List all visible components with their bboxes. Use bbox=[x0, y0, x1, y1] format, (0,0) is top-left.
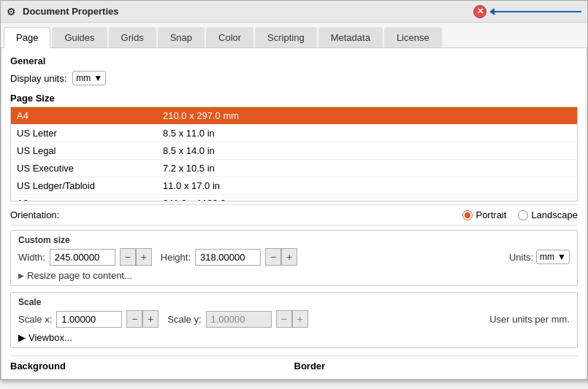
height-field-group: Height: − + bbox=[161, 248, 297, 266]
background-heading: Background bbox=[10, 361, 294, 371]
tab-page[interactable]: Page bbox=[4, 27, 50, 48]
portrait-radio[interactable] bbox=[462, 210, 473, 220]
scale-y-stepper: − + bbox=[276, 310, 308, 328]
scale-y-decrement-button: − bbox=[276, 310, 292, 328]
width-label: Width: bbox=[18, 252, 45, 263]
display-units-row: Display units: mm ▼ bbox=[10, 71, 578, 85]
scale-y-field-group: Scale y: − + bbox=[167, 310, 308, 328]
units-value: mm bbox=[540, 252, 554, 262]
table-row[interactable]: US Letter 8.5 x 11.0 in bbox=[11, 125, 577, 142]
landscape-label: Landscape bbox=[531, 209, 578, 220]
tab-snap[interactable]: Snap bbox=[158, 27, 205, 47]
page-size-heading: Page Size bbox=[10, 93, 578, 104]
width-field-group: Width: − + bbox=[18, 248, 152, 266]
page-size-value: 11.0 x 17.0 in bbox=[163, 180, 220, 191]
tab-scripting[interactable]: Scripting bbox=[255, 27, 317, 47]
border-heading: Border bbox=[294, 361, 579, 371]
page-size-value: 7.2 x 10.5 in bbox=[163, 163, 215, 174]
orientation-row: Orientation: Portrait Landscape bbox=[10, 204, 578, 226]
arrow-indicator bbox=[494, 11, 581, 12]
page-content: General Display units: mm ▼ Page Size A4… bbox=[1, 48, 587, 380]
orientation-label: Orientation: bbox=[10, 209, 59, 220]
tab-metadata[interactable]: Metadata bbox=[318, 27, 383, 47]
scale-label: Scale bbox=[18, 297, 570, 307]
scale-y-input[interactable] bbox=[206, 311, 272, 328]
tab-color[interactable]: Color bbox=[206, 27, 253, 47]
scale-x-field-group: Scale x: − + bbox=[18, 310, 159, 328]
page-name: US Legal bbox=[17, 145, 163, 156]
table-row[interactable]: US Executive 7.2 x 10.5 in bbox=[11, 160, 577, 177]
page-size-value: 210.0 x 297.0 mm bbox=[163, 110, 239, 121]
landscape-radio[interactable] bbox=[518, 210, 528, 220]
units-select[interactable]: mm ▼ bbox=[536, 250, 570, 264]
table-row[interactable]: US Legal 8.5 x 14.0 in bbox=[11, 142, 577, 160]
page-size-value: 841.0 x 1189.0 mm bbox=[163, 198, 244, 201]
tab-license[interactable]: License bbox=[384, 27, 442, 47]
scale-x-increment-button[interactable]: + bbox=[142, 310, 159, 328]
scale-section: Scale Scale x: − + Scale y: − + bbox=[10, 292, 578, 348]
landscape-option[interactable]: Landscape bbox=[518, 209, 578, 220]
general-heading: General bbox=[10, 55, 578, 66]
page-name: A0 bbox=[17, 198, 163, 201]
height-input[interactable] bbox=[195, 249, 261, 266]
viewbox-label: Viewbox... bbox=[28, 332, 72, 343]
scale-x-input[interactable] bbox=[56, 311, 122, 328]
close-button[interactable]: ✕ bbox=[473, 5, 486, 18]
height-stepper: − + bbox=[265, 248, 297, 266]
page-size-value: 8.5 x 11.0 in bbox=[163, 128, 215, 139]
page-size-value: 8.5 x 14.0 in bbox=[163, 145, 215, 156]
bottom-section: Background Border bbox=[10, 355, 578, 371]
resize-label: Resize page to content... bbox=[27, 270, 132, 281]
table-row[interactable]: US Ledger/Tabloid 11.0 x 17.0 in bbox=[11, 177, 577, 195]
custom-size-label: Custom size bbox=[18, 235, 570, 245]
table-row[interactable]: A4 210.0 x 297.0 mm bbox=[11, 107, 577, 125]
portrait-option[interactable]: Portrait bbox=[462, 209, 506, 220]
document-properties-window: ⚙ Document Properties ✕ Page Guides Grid… bbox=[0, 0, 588, 380]
tab-bar: Page Guides Grids Snap Color Scripting M… bbox=[1, 23, 587, 48]
scale-x-decrement-button[interactable]: − bbox=[126, 310, 142, 328]
display-units-label: Display units: bbox=[10, 73, 66, 84]
height-label: Height: bbox=[161, 252, 191, 263]
custom-size-row: Width: − + Height: − + Units: bbox=[18, 248, 570, 266]
display-units-chevron: ▼ bbox=[93, 73, 102, 83]
page-name: US Ledger/Tabloid bbox=[17, 180, 163, 191]
page-size-section: Page Size A4 210.0 x 297.0 mm US Letter … bbox=[10, 93, 578, 201]
expand-icon: ▶ bbox=[18, 271, 24, 280]
viewbox-button[interactable]: ▶ Viewbox... bbox=[18, 332, 570, 343]
height-decrement-button[interactable]: − bbox=[265, 248, 281, 266]
window-icon: ⚙ bbox=[7, 6, 18, 18]
tab-guides[interactable]: Guides bbox=[52, 27, 107, 47]
display-units-select[interactable]: mm ▼ bbox=[72, 71, 106, 85]
width-stepper: − + bbox=[120, 248, 152, 266]
window-title: Document Properties bbox=[23, 6, 469, 17]
portrait-label: Portrait bbox=[476, 209, 506, 220]
table-row[interactable]: A0 841.0 x 1189.0 mm bbox=[11, 195, 577, 201]
viewbox-expand-icon: ▶ bbox=[18, 332, 26, 343]
custom-size-section: Custom size Width: − + Height: − + bbox=[10, 230, 578, 286]
width-increment-button[interactable]: + bbox=[136, 248, 152, 266]
orientation-radio-group: Portrait Landscape bbox=[462, 209, 578, 220]
page-name: A4 bbox=[17, 110, 163, 121]
units-per-mm-info: User units per mm. bbox=[489, 314, 570, 325]
page-name: US Executive bbox=[17, 163, 163, 174]
width-input[interactable] bbox=[50, 249, 115, 266]
width-decrement-button[interactable]: − bbox=[120, 248, 136, 266]
resize-page-button[interactable]: ▶ Resize page to content... bbox=[18, 270, 570, 281]
scale-x-stepper: − + bbox=[126, 310, 159, 328]
page-name: US Letter bbox=[17, 128, 163, 139]
tab-grids[interactable]: Grids bbox=[109, 27, 156, 47]
height-increment-button[interactable]: + bbox=[281, 248, 297, 266]
scale-x-label: Scale x: bbox=[18, 314, 52, 325]
units-label: Units: bbox=[509, 252, 533, 263]
page-size-list[interactable]: A4 210.0 x 297.0 mm US Letter 8.5 x 11.0… bbox=[10, 107, 578, 201]
scale-y-increment-button: + bbox=[292, 310, 308, 328]
scale-row: Scale x: − + Scale y: − + User units per bbox=[18, 310, 570, 328]
titlebar: ⚙ Document Properties ✕ bbox=[1, 1, 587, 23]
units-field-group: Units: mm ▼ bbox=[509, 250, 570, 264]
scale-y-label: Scale y: bbox=[167, 314, 201, 325]
display-units-value: mm bbox=[76, 73, 91, 83]
units-chevron-icon: ▼ bbox=[557, 252, 566, 262]
